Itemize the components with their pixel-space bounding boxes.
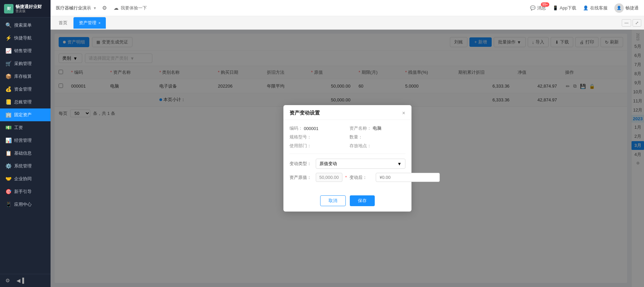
nav-label-7: 固定资产 [14, 112, 32, 118]
nav-label-1: 快捷导航 [14, 35, 32, 41]
modal-close-btn[interactable]: × [402, 110, 405, 116]
user-menu[interactable]: 👤 畅捷通 [614, 3, 639, 13]
nav-icon-13: 🎯 [5, 189, 11, 195]
change-type-label: 变动类型： [289, 161, 313, 167]
sidebar-item-11[interactable]: ⚙️ 系统管理 [0, 160, 51, 172]
tab-asset-management[interactable]: 资产管理 × [73, 17, 106, 29]
nav-label-14: 应用中心 [14, 201, 32, 208]
modal-title: 资产变动设置 [289, 110, 320, 116]
sidebar-item-8[interactable]: 💵 工资 [0, 121, 51, 134]
after-value-input[interactable] [376, 173, 440, 182]
sidebar-item-9[interactable]: 📊 经营管理 [0, 134, 51, 147]
company-name: 医疗器械行业演示 [56, 5, 91, 11]
nav-icon-8: 💵 [5, 125, 11, 131]
modal-footer: 取消 保存 [283, 191, 411, 212]
modal-original-value-row: 资产原值： 50,000.00 * 变动后： [289, 173, 405, 182]
asset-change-modal: 资产变动设置 × 编码： 000001 资产名称： 电脑 [283, 105, 411, 212]
sidebar-item-7[interactable]: 🏢 固定资产 [0, 108, 51, 121]
nav-icon-12: 🤝 [5, 176, 11, 182]
nav-icon-3: 🛒 [5, 61, 11, 67]
nav-label-13: 新手引导 [14, 189, 32, 195]
main-area: 医疗器械行业演示 ▼ ⚙ ☁ 我要体验一下 💬 消息 99+ 📱 App下载 👤… [51, 0, 644, 287]
modal-overlay: 资产变动设置 × 编码： 000001 资产名称： 电脑 [51, 30, 644, 287]
tab-asset-close-icon[interactable]: × [98, 21, 100, 25]
user-avatar: 👤 [614, 3, 624, 13]
app-logo: 财 畅捷通好业财 普及版 [0, 0, 51, 18]
company-selector[interactable]: 医疗器械行业演示 ▼ [56, 5, 97, 11]
nav-label-12: 企业协同 [14, 176, 32, 182]
nav-label-3: 采购管理 [14, 61, 32, 67]
nav-icon-0: 🔍 [5, 22, 11, 28]
nav-label-8: 工资 [14, 125, 23, 131]
experience-btn[interactable]: ☁ 我要体验一下 [114, 5, 147, 11]
nav-icon-7: 🏢 [5, 112, 11, 118]
nav-icon-4: 📦 [5, 73, 11, 79]
nav-icon-14: 📱 [5, 201, 11, 208]
nav-icon-2: 📈 [5, 48, 11, 54]
nav-icon-1: ⚡ [5, 35, 11, 41]
tab-asset-label: 资产管理 [79, 20, 96, 26]
nav-icon-5: 💰 [5, 86, 11, 92]
original-value-label: 资产原值： [289, 174, 313, 181]
nav-icon-11: ⚙️ [5, 163, 11, 169]
download-icon: 📱 [553, 5, 558, 10]
nav-label-5: 资金管理 [14, 86, 32, 92]
modal-department-item: 使用部门： [289, 143, 345, 149]
nav-label-4: 库存核算 [14, 73, 32, 79]
modal-spec-item: 规格型号： [289, 134, 345, 140]
settings-gear-icon[interactable]: ⚙ [102, 5, 107, 11]
tab-expand-btn[interactable]: ⤢ [633, 19, 641, 27]
modal-change-type-row: 变动类型： 原值变动 ▼ [289, 159, 405, 169]
collapse-icon[interactable]: ◀▐ [17, 278, 24, 284]
sidebar-item-10[interactable]: 📋 基础信息 [0, 147, 51, 160]
after-label: 变动后： [349, 174, 373, 181]
sidebar-item-14[interactable]: 📱 应用中心 [0, 198, 51, 211]
tab-home-label: 首页 [59, 20, 67, 26]
change-type-chevron-icon: ▼ [397, 161, 402, 166]
modal-asset-name-item: 资产名称： 电脑 [349, 125, 405, 131]
sidebar-item-13[interactable]: 🎯 新手引导 [0, 185, 51, 198]
tab-minimize-btn[interactable]: — [622, 19, 631, 27]
message-icon: 💬 [530, 5, 535, 10]
sidebar-nav: 🔍 搜索菜单⚡ 快捷导航📈 销售管理🛒 采购管理📦 库存核算💰 资金管理📒 总账… [0, 18, 51, 274]
modal-location-item: 存放地点： [349, 143, 405, 149]
original-value-display: 50,000.00 [316, 173, 343, 182]
tabbar: 首页 资产管理 × — ⤢ [51, 16, 644, 30]
modal-info-grid: 编码： 000001 资产名称： 电脑 规格型号： 数量： [289, 125, 405, 154]
online-service-btn[interactable]: 👤 在线客服 [583, 5, 608, 11]
sidebar: 财 畅捷通好业财 普及版 🔍 搜索菜单⚡ 快捷导航📈 销售管理🛒 采购管理📦 库… [0, 0, 51, 287]
sidebar-item-6[interactable]: 📒 总账管理 [0, 96, 51, 108]
content-area: 资产明细 ▦ 变更生成凭证 刘账 + 新增 批量操作 ▼ [51, 30, 644, 287]
service-icon: 👤 [583, 5, 588, 10]
tab-home[interactable]: 首页 [53, 17, 73, 29]
sidebar-item-3[interactable]: 🛒 采购管理 [0, 57, 51, 70]
sidebar-item-5[interactable]: 💰 资金管理 [0, 83, 51, 96]
modal-code-item: 编码： 000001 [289, 125, 345, 131]
tabbar-controls: — ⤢ [622, 19, 641, 27]
modal-body: 编码： 000001 资产名称： 电脑 规格型号： 数量： [283, 120, 411, 191]
cloud-icon: ☁ [114, 5, 119, 11]
settings-icon[interactable]: ⚙ [5, 278, 10, 284]
sidebar-item-12[interactable]: 🤝 企业协同 [0, 172, 51, 185]
nav-label-9: 经营管理 [14, 137, 32, 144]
nav-label-6: 总账管理 [14, 99, 32, 105]
sidebar-item-0[interactable]: 🔍 搜索菜单 [0, 19, 51, 32]
nav-icon-10: 📋 [5, 150, 11, 156]
nav-label-0: 搜索菜单 [14, 22, 32, 28]
sidebar-item-4[interactable]: 📦 库存核算 [0, 70, 51, 83]
change-type-select[interactable]: 原值变动 ▼ [316, 159, 405, 169]
nav-icon-6: 📒 [5, 99, 11, 105]
topbar-right: 💬 消息 99+ 📱 App下载 👤 在线客服 👤 畅捷通 [530, 3, 639, 13]
sidebar-bottom: ⚙ ◀▐ [0, 274, 51, 287]
sidebar-item-2[interactable]: 📈 销售管理 [0, 44, 51, 57]
app-download-btn[interactable]: 📱 App下载 [553, 5, 576, 11]
cancel-btn[interactable]: 取消 [320, 195, 346, 206]
nav-label-10: 基础信息 [14, 150, 32, 156]
logo-icon: 财 [4, 4, 13, 13]
required-star: * [345, 175, 347, 180]
message-btn[interactable]: 💬 消息 99+ [530, 5, 546, 11]
topbar: 医疗器械行业演示 ▼ ⚙ ☁ 我要体验一下 💬 消息 99+ 📱 App下载 👤… [51, 0, 644, 16]
sidebar-item-1[interactable]: ⚡ 快捷导航 [0, 32, 51, 44]
save-btn[interactable]: 保存 [350, 195, 375, 206]
nav-label-2: 销售管理 [14, 48, 32, 54]
